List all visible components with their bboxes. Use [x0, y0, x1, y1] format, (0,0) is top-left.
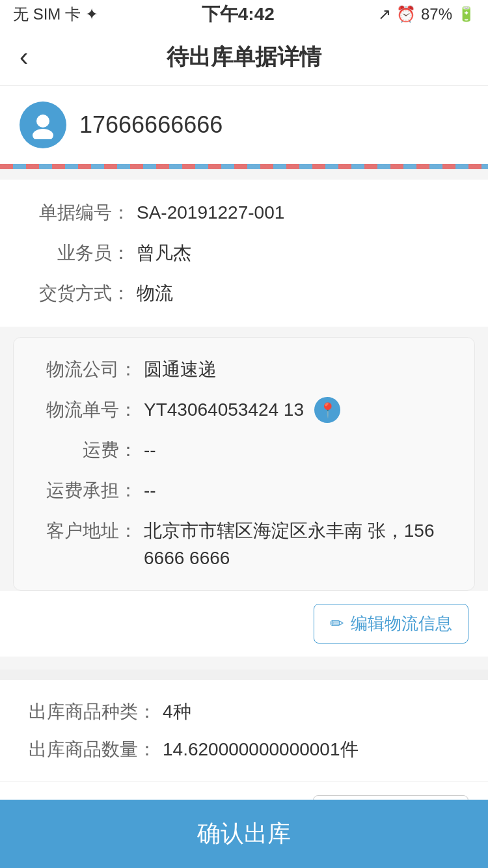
logistics-address-value: 北京市市辖区海淀区永丰南 张，156 6666 6666 [144, 517, 455, 572]
customer-avatar [20, 102, 66, 148]
dashed-divider [0, 164, 488, 169]
staff-row: 业务员： 曾凡杰 [26, 239, 462, 267]
logistics-tracking-value: YT43064053424 13 [144, 396, 455, 424]
alarm-icon: ⏰ [396, 5, 416, 23]
edit-icon: ✏ [330, 614, 344, 634]
status-time: 下午4:42 [202, 2, 275, 27]
status-right: ↗ ⏰ 87% 🔋 [378, 5, 475, 23]
page-title: 待出库单据详情 [167, 42, 321, 72]
logistics-company-label: 物流公司： [33, 356, 137, 383]
tracking-location-icon[interactable] [314, 397, 340, 423]
logistics-address-row: 客户地址： 北京市市辖区海淀区永丰南 张，156 6666 6666 [33, 517, 455, 572]
logistics-address-label: 客户地址： [33, 517, 137, 545]
logistics-card: 物流公司： 圆通速递 物流单号： YT43064053424 13 运费： --… [13, 337, 475, 591]
location-status-icon: ↗ [378, 5, 391, 23]
logistics-freight-bear-value: -- [144, 477, 455, 504]
nav-bar: ‹ 待出库单据详情 [0, 29, 488, 86]
logistics-freight-bear-row: 运费承担： -- [33, 477, 455, 504]
goods-qty-row: 出库商品数量： 14.620000000000001件 [26, 737, 462, 762]
delivery-value: 物流 [137, 280, 462, 307]
staff-value: 曾凡杰 [137, 239, 462, 267]
order-no-value: SA-20191227-001 [137, 199, 462, 226]
goods-types-value: 4种 [163, 699, 191, 724]
order-info-section: 单据编号： SA-20191227-001 业务员： 曾凡杰 交货方式： 物流 [0, 180, 488, 327]
goods-qty-value: 14.620000000000001件 [163, 737, 359, 762]
logistics-company-row: 物流公司： 圆通速递 [33, 356, 455, 383]
goods-section: 出库商品种类： 4种 出库商品数量： 14.620000000000001件 [0, 680, 488, 781]
section-separator [0, 670, 488, 680]
order-no-label: 单据编号： [26, 199, 130, 226]
back-button[interactable]: ‹ [20, 42, 28, 72]
customer-header: 17666666666 [0, 86, 488, 164]
logistics-company-value: 圆通速递 [144, 356, 455, 383]
logistics-freight-value: -- [144, 437, 455, 464]
logistics-freight-bear-label: 运费承担： [33, 477, 137, 504]
svg-point-0 [36, 115, 49, 128]
edit-logistics-button[interactable]: ✏ 编辑物流信息 [314, 604, 468, 644]
delivery-label: 交货方式： [26, 280, 130, 307]
delivery-row: 交货方式： 物流 [26, 280, 462, 307]
edit-logistics-row: ✏ 编辑物流信息 [0, 591, 488, 657]
customer-phone: 17666666666 [79, 111, 223, 139]
staff-label: 业务员： [26, 239, 130, 267]
edit-logistics-label: 编辑物流信息 [351, 612, 452, 635]
battery-level: 87% [421, 5, 452, 23]
goods-types-row: 出库商品种类： 4种 [26, 699, 462, 724]
sim-status: 无 SIM 卡 ✦ [13, 4, 98, 25]
confirm-button[interactable]: 确认出库 [0, 800, 488, 868]
order-no-row: 单据编号： SA-20191227-001 [26, 199, 462, 226]
goods-types-label: 出库商品种类： [26, 699, 156, 724]
battery-icon: 🔋 [457, 6, 475, 23]
status-bar: 无 SIM 卡 ✦ 下午4:42 ↗ ⏰ 87% 🔋 [0, 0, 488, 29]
status-left: 无 SIM 卡 ✦ [13, 4, 98, 25]
logistics-freight-row: 运费： -- [33, 437, 455, 464]
confirm-btn-label: 确认出库 [197, 820, 291, 847]
goods-qty-label: 出库商品数量： [26, 737, 156, 762]
logistics-freight-label: 运费： [33, 437, 137, 464]
svg-point-1 [33, 129, 53, 139]
logistics-tracking-label: 物流单号： [33, 396, 137, 424]
logistics-tracking-row: 物流单号： YT43064053424 13 [33, 396, 455, 424]
